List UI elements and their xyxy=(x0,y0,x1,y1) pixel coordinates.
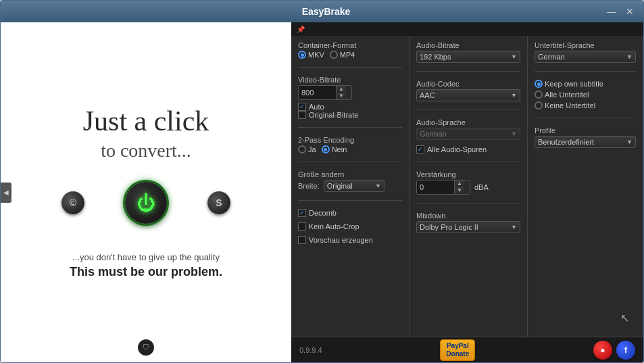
verstarkung-section: Verstärkung ▲ ▼ dBA xyxy=(416,170,520,195)
twopass-radio-group: Ja Nein xyxy=(298,145,402,153)
keepown-radio-dot[interactable] xyxy=(535,80,543,88)
audiocodec-label: Audio-Codec xyxy=(416,80,520,88)
profile-section: Profile Benutzerdefiniert ▼ xyxy=(535,126,636,148)
audiosprache-arrow: ▼ xyxy=(511,130,517,137)
spinbox-buttons: ▲ ▼ xyxy=(336,86,346,99)
audio-sprache-section: Audio-Sprache German ▼ xyxy=(416,118,520,140)
version-text: 0.9.9.4 xyxy=(299,346,322,354)
control-icons: © S xyxy=(61,182,230,224)
verstarkung-down[interactable]: ▼ xyxy=(454,187,464,194)
copyright-icon[interactable]: © xyxy=(61,191,84,214)
titlebar-controls: — ✕ xyxy=(604,5,637,18)
profile-arrow: ▼ xyxy=(626,139,633,145)
close-button[interactable]: ✕ xyxy=(623,5,637,18)
tagline-bottom: ...you don't have to give up the quality xyxy=(72,251,220,265)
facebook-button[interactable]: f xyxy=(616,341,635,360)
videorate-label: Video-Bitrate xyxy=(298,76,402,84)
verstarkung-up[interactable]: ▲ xyxy=(454,180,464,187)
nein-radio-dot[interactable] xyxy=(322,145,330,153)
record-button[interactable]: ● xyxy=(593,341,612,360)
ja-radio-dot[interactable] xyxy=(298,145,306,153)
mixdown-select[interactable]: Dolby Pro Logic II ▼ xyxy=(416,221,520,233)
keine-radio[interactable]: Keine Untertitel xyxy=(535,101,636,110)
cursor-icon: ↖ xyxy=(620,312,629,324)
container-radio-group: MKV MP4 xyxy=(298,51,402,59)
mp4-radio-dot[interactable] xyxy=(330,51,338,59)
audio-codec-section: Audio-Codec AAC ▼ xyxy=(416,80,520,101)
settings-topbar: 📌 xyxy=(291,22,643,36)
allespuren-checkbox[interactable] xyxy=(416,145,424,153)
audiobitrate-label: Audio-Bitrate xyxy=(416,41,520,49)
verstarkung-label: Verstärkung xyxy=(416,170,520,178)
spinbox-up[interactable]: ▲ xyxy=(336,86,346,93)
alle-radio[interactable]: Alle Untertitel xyxy=(535,91,636,99)
power-button[interactable] xyxy=(125,182,167,224)
verstarkung-unit: dBA xyxy=(474,183,489,191)
video-bitrate-spinbox: ▲ ▼ xyxy=(298,85,352,100)
mixdown-section: Mixdown Dolby Pro Logic II ▼ xyxy=(416,212,520,233)
breite-arrow: ▼ xyxy=(375,183,381,189)
decomb-row[interactable]: Decomb xyxy=(298,209,402,217)
resize-label: Größe ändern xyxy=(298,170,402,178)
preview-row[interactable]: Vorschau erzeugen xyxy=(298,236,402,244)
pin-icon: 📌 xyxy=(297,26,305,33)
nein-radio[interactable]: Nein xyxy=(322,145,347,153)
main-content: ◀ Just a click to convert... © S ...you … xyxy=(1,22,643,362)
container-label: Container-Format xyxy=(298,41,402,49)
profile-select[interactable]: Benutzerdefiniert ▼ xyxy=(535,136,636,148)
auto-checkbox[interactable] xyxy=(298,103,306,111)
verstarkung-row: ▲ ▼ dBA xyxy=(416,180,520,195)
audiocodec-arrow: ▼ xyxy=(511,92,517,99)
breite-select[interactable]: Original ▼ xyxy=(324,180,385,192)
tagline-sub: to convert... xyxy=(101,140,191,162)
collapse-arrow[interactable]: ◀ xyxy=(1,183,11,203)
audiobitrate-arrow: ▼ xyxy=(511,53,517,60)
verstarkung-spinbox-btns: ▲ ▼ xyxy=(454,180,464,194)
settings-columns: Container-Format MKV MP4 xyxy=(291,36,643,337)
verstarkung-input[interactable] xyxy=(417,180,454,194)
container-format-section: Container-Format MKV MP4 xyxy=(298,41,402,59)
audiobitrate-select[interactable]: 192 Kbps ▼ xyxy=(416,51,520,63)
verstarkung-spinbox: ▲ ▼ xyxy=(416,180,470,195)
mixdown-arrow: ▼ xyxy=(511,224,517,231)
noautocrop-row[interactable]: Kein Auto-Crop xyxy=(298,222,402,231)
keepown-radio[interactable]: Keep own subtitle xyxy=(535,80,636,88)
allespuren-row[interactable]: Alle Audio-Spuren xyxy=(416,145,520,153)
minimize-button[interactable]: — xyxy=(604,5,619,18)
empty-area: ↖ xyxy=(535,153,636,331)
preview-checkbox[interactable] xyxy=(298,236,306,244)
resize-section: Größe ändern Breite: Original ▼ xyxy=(298,170,402,192)
ja-radio[interactable]: Ja xyxy=(298,145,316,153)
settings-icon[interactable]: S xyxy=(207,191,230,214)
main-window: EasyBrake — ✕ ◀ Just a click to convert.… xyxy=(0,0,644,363)
keine-radio-dot[interactable] xyxy=(535,101,543,110)
tagline-top: Just a click xyxy=(83,105,209,137)
tagline-problem: This must be our problem. xyxy=(70,265,222,279)
mkv-radio-dot[interactable] xyxy=(298,51,306,59)
alle-radio-dot[interactable] xyxy=(535,91,543,99)
mixdown-label: Mixdown xyxy=(416,212,520,220)
mkv-radio[interactable]: MKV xyxy=(298,51,324,59)
untertitel-select[interactable]: German ▼ xyxy=(535,51,636,63)
video-bitrate-input[interactable] xyxy=(299,86,336,99)
noautocrop-checkbox[interactable] xyxy=(298,222,306,231)
window-title: EasyBrake xyxy=(48,6,604,17)
settings-panel: 📌 Container-Format MKV xyxy=(291,22,643,362)
original-bitrate-row[interactable]: Original-Bitrate xyxy=(298,111,402,119)
right-buttons: ● f xyxy=(593,341,635,360)
bottom-icon[interactable]: ⛉ xyxy=(138,339,154,356)
untertitel-label: Untertitel-Sprache xyxy=(535,41,636,49)
column-2: Audio-Bitrate 192 Kbps ▼ Audio-Codec AAC… xyxy=(410,36,528,337)
breite-label: Breite: xyxy=(298,182,320,190)
auto-checkbox-row[interactable]: Auto xyxy=(298,103,402,111)
spinbox-down[interactable]: ▼ xyxy=(336,93,346,99)
twopass-label: 2-Pass Encoding xyxy=(298,136,402,144)
twopass-section: 2-Pass Encoding Ja Nein xyxy=(298,136,402,153)
paypal-button[interactable]: PayPal Donate xyxy=(440,339,475,361)
audiocodec-select[interactable]: AAC ▼ xyxy=(416,89,520,101)
original-bitrate-checkbox[interactable] xyxy=(298,111,306,119)
audiosprache-select[interactable]: German ▼ xyxy=(416,128,520,140)
decomb-checkbox[interactable] xyxy=(298,209,306,217)
profile-label: Profile xyxy=(535,126,636,135)
mp4-radio[interactable]: MP4 xyxy=(330,51,355,59)
